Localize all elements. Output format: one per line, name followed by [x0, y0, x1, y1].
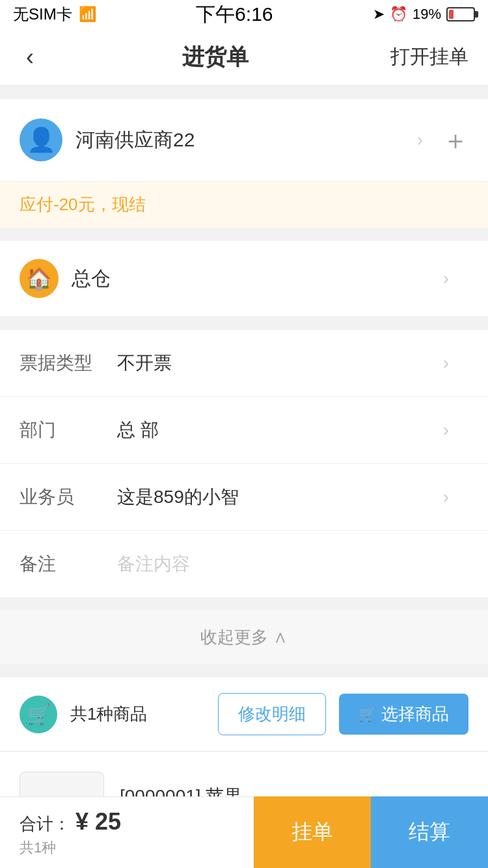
warehouse-section: 🏠 总仓 › [0, 241, 488, 316]
warning-banner: 应付-20元，现结 [0, 182, 488, 228]
cart-icon: 🛒 [27, 703, 51, 726]
supplier-avatar: 👤 [20, 118, 62, 161]
total-label: 合计： [20, 813, 70, 835]
invoice-type-row[interactable]: 票据类型 不开票 › [0, 329, 488, 396]
remark-placeholder: 备注内容 [104, 552, 468, 576]
sales-row[interactable]: 业务员 这是859的小智 › [0, 463, 488, 530]
home-icon: 🏠 [26, 266, 52, 291]
battery-icon [446, 7, 475, 21]
page-title: 进货单 [182, 42, 249, 72]
person-icon: 👤 [27, 126, 56, 154]
product-count: 共1种商品 [70, 703, 205, 726]
status-bar-time: 下午6:16 [196, 1, 273, 28]
battery-percent: 19% [413, 6, 441, 23]
chevron-right-icon: › [443, 487, 449, 508]
dept-label: 部门 [20, 418, 104, 442]
supplier-row[interactable]: 👤 河南供应商22 › ＋ [0, 99, 488, 182]
warehouse-row[interactable]: 🏠 总仓 › [0, 241, 488, 316]
battery-fill [449, 10, 454, 19]
status-bar-right: ➤ ⏰ 19% [373, 6, 475, 23]
status-bar-left: 无SIM卡 📶 [13, 4, 96, 25]
invoice-value: 不开票 [104, 351, 443, 375]
remark-row[interactable]: 备注 备注内容 [0, 530, 488, 597]
back-button[interactable]: ‹ [20, 37, 40, 77]
product-icon: 🛒 [20, 696, 57, 733]
open-pending-button[interactable]: 打开挂单 [390, 44, 468, 70]
sales-value: 这是859的小智 [104, 485, 443, 509]
remark-label: 备注 [20, 552, 104, 576]
total-count: 共1种 [20, 838, 234, 858]
chevron-right-icon: › [443, 268, 449, 289]
supplier-section: 👤 河南供应商22 › ＋ 应付-20元，现结 [0, 99, 488, 228]
status-bar: 无SIM卡 📶 下午6:16 ➤ ⏰ 19% [0, 0, 488, 29]
alarm-icon: ⏰ [390, 6, 407, 23]
chevron-right-icon: › [443, 420, 449, 441]
select-product-label: 选择商品 [381, 703, 449, 726]
pending-button[interactable]: 挂单 [254, 796, 371, 868]
select-product-button[interactable]: 🛒 选择商品 [339, 694, 468, 735]
sales-label: 业务员 [20, 485, 104, 509]
supplier-name: 河南供应商22 [75, 127, 417, 154]
form-section: 票据类型 不开票 › 部门 总 部 › 业务员 这是859的小智 › 备注 备注… [0, 329, 488, 597]
nav-bar: ‹ 进货单 打开挂单 [0, 29, 488, 86]
total-amount: ¥ 25 [75, 808, 121, 835]
warehouse-name: 总仓 [72, 265, 443, 292]
total-area: 合计： ¥ 25 共1种 [0, 796, 254, 868]
edit-detail-button[interactable]: 修改明细 [218, 693, 326, 735]
dept-row[interactable]: 部门 总 部 › [0, 396, 488, 463]
invoice-label: 票据类型 [20, 351, 104, 375]
add-button[interactable]: ＋ [442, 122, 468, 158]
checkout-button[interactable]: 结算 [371, 796, 488, 868]
chevron-right-icon: › [443, 353, 449, 373]
wifi-icon: 📶 [79, 6, 96, 23]
collapse-label: 收起更多 ∧ [200, 626, 287, 649]
location-icon: ➤ [373, 6, 385, 23]
product-header: 🛒 共1种商品 修改明细 🛒 选择商品 [0, 677, 488, 751]
chevron-right-icon: › [417, 129, 423, 150]
carrier-text: 无SIM卡 [13, 4, 72, 25]
dept-value: 总 部 [104, 418, 443, 442]
collapse-button[interactable]: 收起更多 ∧ [0, 610, 488, 664]
bottom-bar: 合计： ¥ 25 共1种 挂单 结算 [0, 796, 488, 868]
select-product-icon: 🛒 [359, 706, 376, 723]
warehouse-icon: 🏠 [20, 259, 59, 298]
